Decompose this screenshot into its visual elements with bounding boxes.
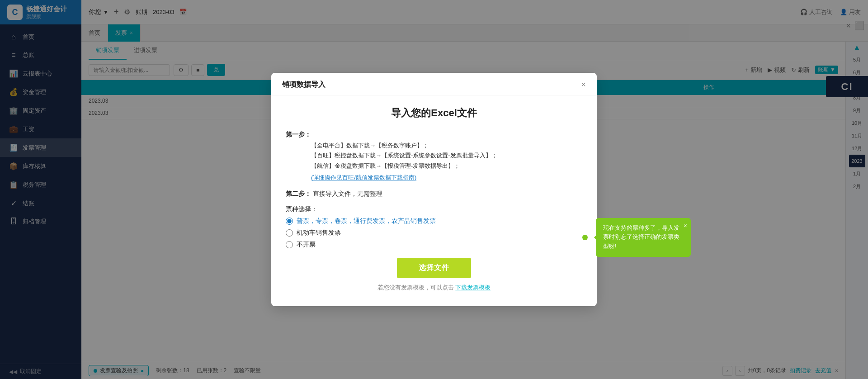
download-template-link[interactable]: 下载发票模板 bbox=[455, 284, 491, 291]
radio-none: 不开票 bbox=[286, 241, 582, 249]
radio-vehicle: 机动车销售发票 bbox=[286, 229, 582, 237]
step1-line1: 【全电平台】数据下载→【税务数字账户】； bbox=[311, 141, 582, 151]
radio-none-input[interactable] bbox=[286, 241, 293, 248]
tooltip-bubble: × 现在支持的票种多了，导入发票时别忘了选择正确的发票类型呀! bbox=[596, 218, 691, 257]
step1-guide-link[interactable]: (详细操作见百旺/航信发票数据下载指南) bbox=[311, 174, 416, 181]
step1-lines: 【全电平台】数据下载→【税务数字账户】； 【百旺】税控盘数据下载→【系统设置-系… bbox=[286, 141, 582, 182]
radio-common-input[interactable] bbox=[286, 218, 293, 225]
step2-content: 直接导入文件，无需整理 bbox=[313, 190, 382, 197]
radio-vehicle-label: 机动车销售发票 bbox=[297, 229, 341, 237]
step1-line2: 【百旺】税控盘数据下载→【系统设置-系统参数设置-发票批量导入】； bbox=[311, 151, 582, 161]
modal-title: 销项数据导入 bbox=[282, 80, 326, 90]
ticket-label: 票种选择： bbox=[286, 205, 317, 213]
radio-none-label: 不开票 bbox=[297, 241, 316, 249]
step1-line3: 【航信】金税盘数据下载→【报税管理-发票数据导出】； bbox=[311, 161, 582, 171]
modal-header: 销项数据导入 × bbox=[271, 73, 597, 95]
modal-overlay[interactable]: 销项数据导入 × 导入您的Excel文件 第一步： 【全电平台】数据下载→【税务… bbox=[0, 0, 868, 379]
radio-common: 普票，专票，卷票，通行费发票，农产品销售发票 bbox=[286, 217, 582, 225]
select-file-area: 选择文件 bbox=[286, 258, 582, 278]
tooltip-close-btn[interactable]: × bbox=[684, 221, 687, 231]
modal-footer: 若您没有发票模板，可以点击 下载发票模板 bbox=[286, 284, 582, 292]
modal-body: 导入您的Excel文件 第一步： 【全电平台】数据下载→【税务数字账户】； 【百… bbox=[271, 95, 597, 306]
radio-common-label: 普票，专票，卷票，通行费发票，农产品销售发票 bbox=[297, 217, 436, 225]
step1-section: 第一步： 【全电平台】数据下载→【税务数字账户】； 【百旺】税控盘数据下载→【系… bbox=[286, 131, 582, 182]
step2-section: 第二步： 直接导入文件，无需整理 bbox=[286, 190, 582, 198]
select-file-btn[interactable]: 选择文件 bbox=[397, 258, 471, 278]
step1-label: 第一步： bbox=[286, 131, 311, 138]
modal-import-title: 导入您的Excel文件 bbox=[286, 106, 582, 120]
step2-label: 第二步： bbox=[286, 190, 311, 197]
radio-vehicle-input[interactable] bbox=[286, 229, 293, 237]
step1-link-area: (详细操作见百旺/航信发票数据下载指南) bbox=[311, 173, 582, 183]
modal-dialog: 销项数据导入 × 导入您的Excel文件 第一步： 【全电平台】数据下载→【税务… bbox=[271, 73, 597, 306]
modal-close-btn[interactable]: × bbox=[581, 80, 586, 90]
ticket-select-section: 票种选择： 普票，专票，卷票，通行费发票，农产品销售发票 机动车销售发票 不开票 bbox=[286, 205, 582, 249]
tooltip-dot bbox=[582, 235, 588, 240]
